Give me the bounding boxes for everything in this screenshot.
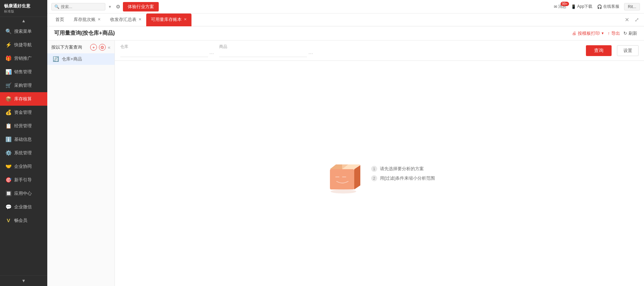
warehouse-more-btn[interactable]: ···	[209, 51, 214, 56]
goods-more-btn[interactable]: ···	[308, 51, 313, 56]
print-dropdown-icon[interactable]: ▼	[601, 31, 604, 35]
sidebar-item-finance[interactable]: 💰 资金管理	[0, 106, 47, 119]
tab-close-btn[interactable]: ✕	[623, 16, 631, 24]
sidebar-item-nav[interactable]: ⚡ 快捷导航	[0, 38, 47, 52]
warehouse-input[interactable]	[120, 50, 208, 57]
topbar: 🔍 ▼ ⚙ 体验行业方案 ✉ 消息 99+ 📱 App下载 🎧 在线客服 Rit…	[47, 0, 644, 14]
search-input[interactable]	[61, 4, 98, 9]
tab-summary[interactable]: 收发存汇总表 ✕	[105, 14, 146, 26]
dropdown-chevron-icon[interactable]: ▼	[108, 5, 112, 9]
tab-home[interactable]: 首页	[51, 14, 69, 26]
goods-label: 商品	[219, 44, 313, 50]
message-badge: 99+	[561, 2, 569, 6]
refresh-icon: ↻	[623, 31, 627, 36]
warehouse-input-row: ···	[120, 50, 214, 57]
query-btn[interactable]: 查询	[586, 45, 612, 56]
search-icon: 🔍	[54, 4, 59, 9]
refresh-label: 刷新	[628, 30, 637, 36]
sidebar-item-label: 资金管理	[14, 109, 32, 115]
print-label: 按模板打印	[578, 30, 600, 36]
sidebar-item-label: 库存核算	[14, 96, 32, 102]
sidebar-item-label: 基础信息	[14, 136, 32, 142]
tab-close-icon[interactable]: ✕	[138, 17, 141, 22]
sales-icon: 📊	[5, 69, 11, 75]
scheme-item-label: 仓库+商品	[62, 56, 82, 62]
sidebar-item-label: 营销推广	[14, 55, 32, 61]
sidebar-item-system[interactable]: ⚙️ 系统管理	[0, 146, 47, 160]
sidebar-item-label: 企业协同	[14, 163, 32, 170]
app-icon: 📱	[571, 4, 576, 9]
app-title: 畅康通好生意	[4, 3, 43, 9]
tutorial-icon: 🎯	[5, 177, 11, 183]
print-btn[interactable]: 🖨 按模板打印 ▼	[572, 30, 604, 36]
sidebar-item-label: 采购管理	[14, 82, 32, 88]
left-panel: 按以下方案查询 + ⚙ « 🔄 仓库+商品	[47, 41, 115, 286]
sidebar-scroll-up[interactable]: ▲	[0, 17, 47, 25]
scheme-item-icon: 🔄	[53, 56, 59, 62]
sidebar-item-sales[interactable]: 📊 销售管理	[0, 65, 47, 79]
app-subtitle: 标准版	[4, 9, 43, 14]
print-icon: 🖨	[572, 31, 576, 36]
wechat-icon: 💬	[5, 204, 11, 210]
sidebar-item-marketing[interactable]: 🎁 营销推广	[0, 52, 47, 65]
gear-icon[interactable]: ⚙	[116, 4, 120, 10]
sidebar-item-label: 搜索菜单	[14, 28, 32, 34]
sidebar-item-member[interactable]: V 畅会员	[0, 214, 47, 227]
tab-close-icon[interactable]: ✕	[98, 17, 101, 22]
inventory-icon: 📦	[5, 96, 11, 102]
sidebar-item-search[interactable]: 🔍 搜索菜单	[0, 25, 47, 38]
app-download-btn[interactable]: 📱 App下载	[571, 4, 592, 9]
empty-state: 1 请先选择要分析的方案 2 用[过滤]条件来缩小分析范围	[115, 61, 644, 286]
message-icon: ✉	[554, 4, 557, 9]
operations-icon: 📋	[5, 123, 11, 129]
tab-expand-btn[interactable]: ⤢	[633, 16, 641, 24]
export-icon: ↑	[608, 31, 610, 36]
tabs-bar: 首页 库存批次账 ✕ 收发存汇总表 ✕ 可用量库存账本 ✕ ✕ ⤢	[47, 14, 644, 26]
refresh-btn[interactable]: ↻ 刷新	[623, 30, 637, 36]
sidebar-item-operations[interactable]: 📋 经营管理	[0, 119, 47, 133]
search-box[interactable]: 🔍	[51, 3, 105, 10]
tab-close-icon[interactable]: ✕	[184, 17, 187, 22]
app-logo: 畅康通好生意 标准版	[0, 0, 47, 17]
online-service-btn[interactable]: 🎧 在线客服	[597, 4, 619, 9]
sidebar-item-collab[interactable]: 🤝 企业协同	[0, 160, 47, 173]
add-scheme-btn[interactable]: +	[90, 44, 97, 51]
tab-available-qty[interactable]: 可用量库存账本 ✕	[146, 14, 191, 26]
empty-tip-2: 2 用[过滤]条件来缩小分析范围	[371, 175, 435, 181]
sidebar-item-basic-info[interactable]: ℹ️ 基础信息	[0, 133, 47, 146]
scheme-settings-btn[interactable]: ⚙	[99, 44, 106, 51]
goods-input[interactable]	[219, 50, 307, 57]
message-btn[interactable]: ✉ 消息 99+	[554, 4, 566, 9]
export-btn[interactable]: ↑ 导出	[608, 30, 620, 36]
system-icon: ⚙️	[5, 150, 11, 156]
sidebar-item-purchase[interactable]: 🛒 采购管理	[0, 79, 47, 92]
basic-info-icon: ℹ️	[5, 136, 11, 142]
sidebar-item-label: 新手引导	[14, 177, 32, 183]
empty-content: 1 请先选择要分析的方案 2 用[过滤]条件来缩小分析范围	[324, 155, 435, 192]
sidebar-item-wechat[interactable]: 💬 企业微信	[0, 200, 47, 214]
finance-icon: 💰	[5, 109, 11, 115]
svg-point-0	[331, 189, 356, 193]
member-icon: V	[5, 217, 11, 223]
empty-illustration	[324, 155, 361, 192]
sidebar-scroll-down[interactable]: ▼	[0, 275, 47, 286]
sidebar-item-inventory[interactable]: 📦 库存核算	[0, 92, 47, 106]
svg-rect-1	[330, 169, 354, 189]
page-actions: 🖨 按模板打印 ▼ ↑ 导出 ↻ 刷新	[572, 30, 637, 36]
collapse-panel-btn[interactable]: «	[108, 45, 110, 50]
page-title: 可用量查询(按仓库+商品)	[54, 30, 115, 37]
user-info[interactable]: Rit...	[624, 3, 640, 10]
scheme-item[interactable]: 🔄 仓库+商品	[47, 53, 114, 65]
app-label: App下载	[577, 4, 592, 9]
experience-btn[interactable]: 体验行业方案	[123, 2, 159, 11]
tab-label: 可用量库存账本	[151, 17, 182, 23]
topbar-right: ✉ 消息 99+ 📱 App下载 🎧 在线客服 Rit...	[554, 3, 640, 10]
settings-btn[interactable]: 设置	[617, 45, 639, 56]
export-label: 导出	[611, 30, 620, 36]
left-panel-title: 按以下方案查询	[51, 44, 82, 50]
tab-batch-ledger[interactable]: 库存批次账 ✕	[69, 14, 105, 26]
purchase-icon: 🛒	[5, 82, 11, 88]
sidebar-item-tutorial[interactable]: 🎯 新手引导	[0, 173, 47, 187]
sidebar-item-label: 系统管理	[14, 150, 32, 156]
sidebar-item-app-center[interactable]: 🔲 应用中心	[0, 187, 47, 200]
